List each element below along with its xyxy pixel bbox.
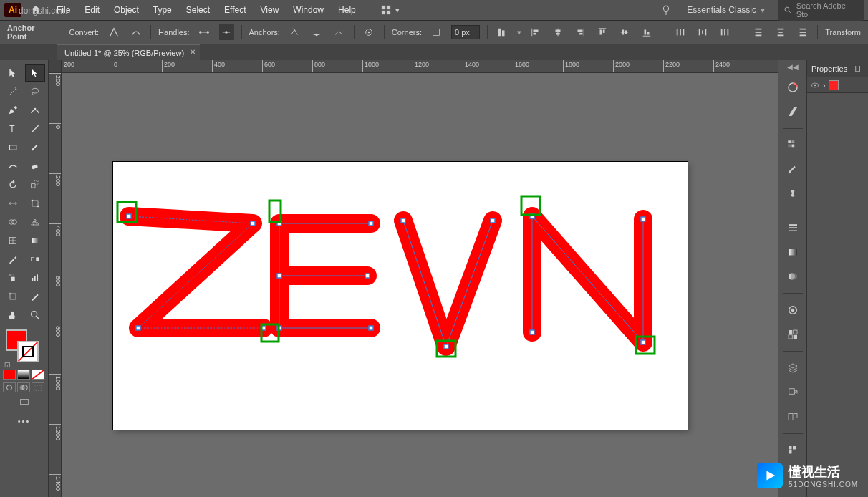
appearance-panel-icon[interactable] xyxy=(783,301,803,319)
canvas-viewport[interactable] xyxy=(62,73,778,497)
gradient-tool[interactable] xyxy=(25,232,45,249)
rotate-tool[interactable] xyxy=(3,176,23,193)
eraser-tool[interactable] xyxy=(25,158,45,175)
slice-tool[interactable] xyxy=(25,288,45,305)
column-graph-tool[interactable] xyxy=(25,269,45,286)
search-input[interactable]: Search Adobe Sto xyxy=(778,0,864,21)
graphic-styles-panel-icon[interactable] xyxy=(783,325,803,344)
handles-show-icon[interactable] xyxy=(197,24,212,40)
hand-tool[interactable] xyxy=(3,307,23,324)
menu-help[interactable]: Help xyxy=(332,2,362,18)
fill-stroke-indicator[interactable]: ◱ xyxy=(3,328,45,367)
align-hcenter-icon[interactable] xyxy=(551,24,566,40)
draw-behind-icon[interactable] xyxy=(17,382,30,392)
visibility-icon[interactable] xyxy=(810,80,820,90)
collapse-right-icon[interactable]: ◀◀ xyxy=(787,63,799,71)
curvature-tool[interactable] xyxy=(25,102,45,119)
tab-properties[interactable]: Properties xyxy=(811,64,847,73)
menu-view[interactable]: View xyxy=(254,2,286,18)
symbols-panel-icon[interactable] xyxy=(783,185,803,203)
expand-icon[interactable]: › xyxy=(823,81,826,90)
direct-selection-tool[interactable] xyxy=(25,64,45,82)
distrib-v-bottom-icon[interactable] xyxy=(795,24,810,40)
blend-tool[interactable] xyxy=(25,251,45,268)
menu-select[interactable]: Select xyxy=(180,2,216,18)
menu-type[interactable]: Type xyxy=(147,2,178,18)
anchor-add-icon[interactable] xyxy=(309,24,324,40)
gradient-panel-icon[interactable] xyxy=(783,243,803,261)
handles-hide-icon[interactable] xyxy=(219,24,234,40)
draw-inside-icon[interactable] xyxy=(32,382,44,392)
distrib-v-center-icon[interactable] xyxy=(773,24,788,40)
type-tool[interactable]: T xyxy=(3,120,23,137)
align-vcenter-icon[interactable] xyxy=(617,24,632,40)
asset-export-panel-icon[interactable] xyxy=(783,383,803,402)
artboard[interactable] xyxy=(113,162,688,430)
arrange-docs-icon[interactable] xyxy=(378,2,394,18)
distrib-h-center-icon[interactable] xyxy=(695,24,710,40)
color-mode-gradient[interactable] xyxy=(17,370,30,380)
anchor-connect-icon[interactable] xyxy=(332,24,347,40)
menu-effect[interactable]: Effect xyxy=(218,2,252,18)
swatches-panel-icon[interactable] xyxy=(783,136,803,155)
artboards-panel-icon[interactable] xyxy=(783,407,803,426)
stroke-panel-icon[interactable] xyxy=(783,218,803,237)
align-to-icon[interactable] xyxy=(495,24,510,40)
document-tab[interactable]: Untitled-1* @ 25% (RGB/Preview) ✕ xyxy=(57,44,200,60)
scale-tool[interactable] xyxy=(25,176,45,193)
paintbrush-tool[interactable] xyxy=(25,139,45,156)
default-fill-stroke-icon[interactable]: ◱ xyxy=(4,361,11,368)
distrib-h-right-icon[interactable] xyxy=(718,24,733,40)
selection-tool[interactable] xyxy=(3,64,23,82)
magic-wand-tool[interactable] xyxy=(3,83,23,100)
zoom-tool[interactable] xyxy=(25,307,45,324)
distrib-h-left-icon[interactable] xyxy=(673,24,688,40)
convert-corner-icon[interactable] xyxy=(106,24,121,40)
corner-link-icon[interactable] xyxy=(429,24,444,40)
perspective-grid-tool[interactable] xyxy=(25,213,45,231)
stroke-swatch[interactable] xyxy=(17,341,39,362)
menu-edit[interactable]: Edit xyxy=(78,2,106,18)
color-mode-solid[interactable] xyxy=(3,370,16,380)
width-tool[interactable] xyxy=(3,195,23,212)
anchor-remove-icon[interactable] xyxy=(287,24,302,40)
vertical-ruler[interactable]: 2000200400600800100012001400 xyxy=(49,73,62,497)
align-right-icon[interactable] xyxy=(573,24,588,40)
tab-libraries[interactable]: Li xyxy=(854,64,861,73)
color-mode-none[interactable] xyxy=(32,370,44,380)
align-bottom-icon[interactable] xyxy=(640,24,655,40)
rectangle-tool[interactable] xyxy=(3,139,23,156)
free-transform-tool[interactable] xyxy=(25,195,45,212)
transparency-panel-icon[interactable] xyxy=(783,267,803,286)
ruler-origin[interactable] xyxy=(49,60,62,73)
edit-toolbar-icon[interactable]: ••• xyxy=(3,417,45,425)
menu-window[interactable]: Window xyxy=(286,2,330,18)
align-left-icon[interactable] xyxy=(529,24,544,40)
color-guide-panel-icon[interactable] xyxy=(783,102,803,121)
symbol-sprayer-tool[interactable] xyxy=(3,269,23,286)
artboard-tool[interactable] xyxy=(3,288,23,305)
align-top-icon[interactable] xyxy=(595,24,610,40)
line-tool[interactable] xyxy=(25,120,45,137)
horizontal-ruler[interactable]: 2000200400600800100012001400160018002000… xyxy=(62,60,778,73)
close-icon[interactable]: ✕ xyxy=(190,48,196,56)
layers-panel-icon[interactable] xyxy=(783,359,803,377)
transform-label[interactable]: Transform xyxy=(825,28,861,37)
corners-input[interactable] xyxy=(451,25,480,39)
more-panel-icon[interactable] xyxy=(783,441,803,460)
eyedropper-tool[interactable] xyxy=(3,251,23,268)
convert-smooth-icon[interactable] xyxy=(128,24,143,40)
shape-builder-tool[interactable] xyxy=(3,213,23,231)
draw-normal-icon[interactable] xyxy=(3,382,16,392)
shaper-tool[interactable] xyxy=(3,158,23,175)
color-panel-icon[interactable] xyxy=(783,78,803,97)
lightbulb-icon[interactable] xyxy=(658,2,674,18)
distrib-v-top-icon[interactable] xyxy=(751,24,766,40)
screen-mode-icon[interactable] xyxy=(3,394,45,411)
lasso-tool[interactable] xyxy=(25,83,45,100)
brushes-panel-icon[interactable] xyxy=(783,160,803,179)
mesh-tool[interactable] xyxy=(3,232,23,249)
workspace-switcher[interactable]: Essentials Classic ▾ xyxy=(681,2,771,18)
menu-object[interactable]: Object xyxy=(107,2,145,18)
isolate-icon[interactable] xyxy=(362,24,377,40)
